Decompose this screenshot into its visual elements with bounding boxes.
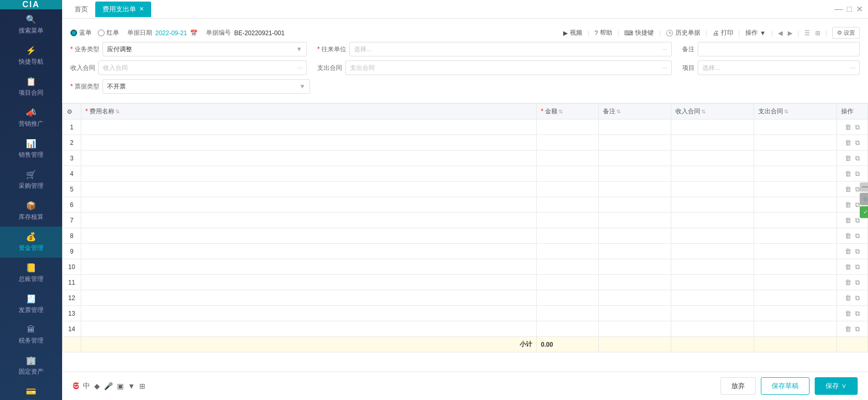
cell-expense-name[interactable]	[81, 213, 537, 228]
maximize-icon[interactable]: □	[847, 5, 852, 14]
delete-row-button[interactable]: 🗑	[844, 215, 852, 225]
cell-income-contract[interactable]	[671, 321, 754, 337]
sort-icon-income[interactable]: ⇅	[701, 109, 705, 114]
sidebar-item-payroll[interactable]: 💳 工资	[0, 381, 62, 400]
btn-shortcut[interactable]: ⌨ 快捷键	[624, 28, 654, 37]
sidebar-item-project[interactable]: 📋 项目合同	[0, 71, 62, 102]
cell-expense-contract[interactable]	[754, 182, 837, 197]
footer-icon-4[interactable]: ▣	[117, 382, 124, 390]
close-icon[interactable]: ✕	[856, 4, 863, 14]
right-panel-btn-attach[interactable]: 📎	[860, 192, 868, 205]
delete-row-button[interactable]: 🗑	[844, 293, 852, 303]
cell-expense-contract[interactable]	[754, 120, 837, 135]
sidebar-item-quicknav[interactable]: ⚡ 快捷导航	[0, 40, 62, 71]
copy-row-button[interactable]: ⧉	[854, 138, 861, 148]
copy-row-button[interactable]: ⧉	[854, 293, 861, 303]
cell-amount[interactable]	[537, 259, 599, 275]
cell-amount[interactable]	[537, 197, 599, 213]
cell-income-contract[interactable]	[671, 213, 754, 228]
footer-icon-1[interactable]: 中	[83, 381, 90, 391]
copy-row-button[interactable]: ⧉	[854, 324, 861, 334]
nav-prev-icon[interactable]: ◀	[778, 29, 783, 37]
btn-video[interactable]: ▶ 视频	[563, 28, 582, 37]
copy-row-button[interactable]: ⧉	[854, 231, 861, 241]
sort-icon-name[interactable]: ⇅	[115, 109, 120, 114]
cell-expense-name[interactable]	[81, 275, 537, 290]
btn-help[interactable]: ? 帮助	[595, 28, 613, 37]
cell-expense-contract[interactable]	[754, 135, 837, 151]
copy-row-button[interactable]: ⧉	[854, 153, 861, 164]
sidebar-item-sales[interactable]: 📊 销售管理	[0, 134, 62, 165]
cell-remark[interactable]	[599, 290, 671, 306]
copy-row-button[interactable]: ⧉	[854, 308, 861, 319]
delete-row-button[interactable]: 🗑	[844, 169, 852, 179]
cell-income-contract[interactable]	[671, 151, 754, 166]
cell-income-contract[interactable]	[671, 120, 754, 135]
cell-amount[interactable]	[537, 166, 599, 182]
delete-row-button[interactable]: 🗑	[844, 277, 852, 287]
cell-remark[interactable]	[599, 244, 671, 259]
cell-remark[interactable]	[599, 275, 671, 290]
cell-expense-name[interactable]	[81, 321, 537, 337]
cell-expense-name[interactable]	[81, 228, 537, 244]
tab-close-icon[interactable]: ✕	[139, 6, 144, 12]
cell-expense-contract[interactable]	[754, 244, 837, 259]
date-value[interactable]: 2022-09-21	[155, 29, 187, 37]
radio-red[interactable]: 红单	[98, 28, 119, 37]
footer-icon-5[interactable]: ▼	[128, 382, 135, 390]
cell-expense-name[interactable]	[81, 166, 537, 182]
btn-history[interactable]: 🕒 历史单据	[666, 28, 700, 37]
delete-row-button[interactable]: 🗑	[844, 308, 852, 318]
cell-amount[interactable]	[537, 275, 599, 290]
cell-expense-name[interactable]	[81, 306, 537, 321]
cell-expense-contract[interactable]	[754, 151, 837, 166]
sort-icon-remark[interactable]: ⇅	[616, 109, 621, 114]
cell-amount[interactable]	[537, 306, 599, 321]
sidebar-item-assets[interactable]: 🏢 固定资产	[0, 350, 62, 381]
cell-expense-name[interactable]	[81, 290, 537, 306]
delete-row-button[interactable]: 🗑	[844, 200, 852, 210]
footer-icon-2[interactable]: ◆	[94, 382, 100, 390]
cell-expense-name[interactable]	[81, 135, 537, 151]
cell-income-contract[interactable]	[671, 275, 754, 290]
tab-home[interactable]: 首页	[67, 2, 95, 17]
cell-income-contract[interactable]	[671, 197, 754, 213]
cell-remark[interactable]	[599, 306, 671, 321]
delete-row-button[interactable]: 🗑	[844, 231, 852, 241]
sort-icon-expense[interactable]: ⇅	[784, 109, 788, 114]
remark-input[interactable]	[698, 42, 860, 56]
copy-row-button[interactable]: ⧉	[854, 169, 861, 179]
abandon-button[interactable]: 放弃	[720, 377, 756, 395]
cell-expense-name[interactable]	[81, 120, 537, 135]
cell-remark[interactable]	[599, 135, 671, 151]
cell-amount[interactable]	[537, 213, 599, 228]
cell-income-contract[interactable]	[671, 166, 754, 182]
cell-expense-name[interactable]	[81, 151, 537, 166]
cell-expense-contract[interactable]	[754, 213, 837, 228]
invoice-type-select[interactable]: 不开票 ▼	[102, 79, 310, 94]
sidebar-item-accounting[interactable]: 📒 总账管理	[0, 258, 62, 289]
btn-print[interactable]: 🖨 打印	[713, 28, 733, 37]
delete-row-button[interactable]: 🗑	[844, 138, 852, 147]
cell-expense-contract[interactable]	[754, 306, 837, 321]
expense-contract-input[interactable]: 支出合同 ···	[345, 61, 672, 75]
delete-row-button[interactable]: 🗑	[844, 153, 852, 163]
cell-income-contract[interactable]	[671, 244, 754, 259]
delete-row-button[interactable]: 🗑	[844, 122, 852, 132]
cell-expense-contract[interactable]	[754, 290, 837, 306]
cell-income-contract[interactable]	[671, 182, 754, 197]
btn-operation[interactable]: 操作 ▼	[745, 28, 766, 37]
save-draft-button[interactable]: 保存草稿	[761, 377, 810, 395]
right-panel-btn-1[interactable]: │	[860, 182, 868, 191]
delete-row-button[interactable]: 🗑	[844, 246, 852, 256]
cell-amount[interactable]	[537, 182, 599, 197]
sidebar-item-invoice[interactable]: 🧾 发票管理	[0, 289, 62, 320]
copy-row-button[interactable]: ⧉	[854, 246, 861, 257]
cell-remark[interactable]	[599, 213, 671, 228]
copy-row-button[interactable]: ⧉	[854, 277, 861, 288]
right-panel-btn-3[interactable]: ✓	[860, 206, 868, 218]
cell-expense-contract[interactable]	[754, 228, 837, 244]
cell-amount[interactable]	[537, 290, 599, 306]
cell-income-contract[interactable]	[671, 306, 754, 321]
settings-button[interactable]: ⚙ 设置	[832, 27, 860, 39]
